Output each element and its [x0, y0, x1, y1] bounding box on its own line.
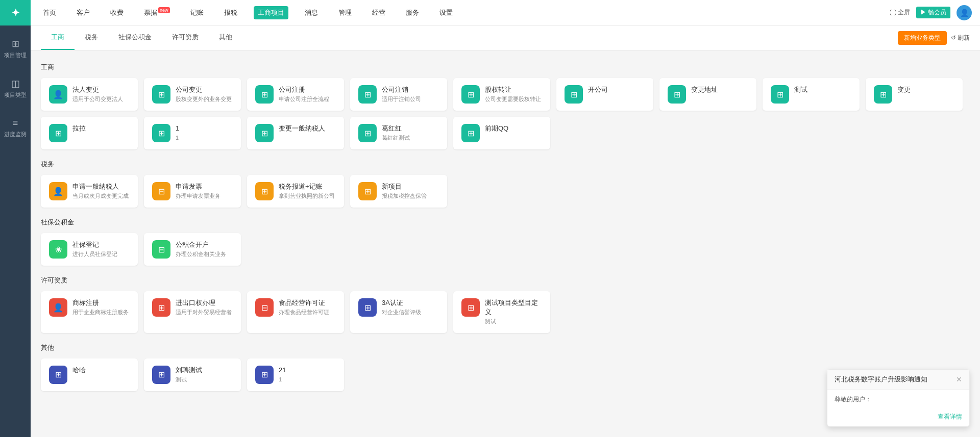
section-title-shebao: 社保公积金: [41, 218, 970, 227]
card-tax-report[interactable]: ⊞ 税务报道+记账 拿到营业执照的新公司: [247, 175, 344, 208]
card-name: 前期QQ: [485, 124, 542, 133]
card-apply-invoice[interactable]: ⊟ 申请发票 办理申请发票业务: [144, 175, 241, 208]
card-preqq[interactable]: ⊞ 前期QQ: [453, 117, 550, 149]
tab-shuiwu[interactable]: 税务: [75, 25, 108, 50]
card-company-cancel[interactable]: ⊞ 公司注销 适用于注销公司: [350, 78, 447, 111]
card-3a-cert[interactable]: ⊞ 3A认证 对企业信誉评级: [350, 291, 447, 333]
card-fund-account[interactable]: ⊟ 公积金开户 办理公积金相关业务: [144, 233, 241, 266]
card-desc: 1: [176, 134, 233, 142]
nav-message[interactable]: 消息: [301, 6, 322, 19]
notification-link[interactable]: 查看详情: [938, 413, 962, 420]
nav-tax[interactable]: 报税: [220, 6, 241, 19]
card-name: 公积金开户: [176, 240, 233, 249]
sidebar: ✦ ⊞ 项目管理 ◫ 项目类型 ≡ 进度监测: [0, 0, 31, 437]
card-name: 股权转让: [485, 85, 542, 94]
card-social-register[interactable]: ❀ 社保登记 进行人员社保登记: [41, 233, 138, 266]
tab-gongshang[interactable]: 工商: [41, 25, 75, 50]
card-desc: 测试: [176, 376, 233, 383]
sidebar-item-project-mgmt[interactable]: ⊞ 项目管理: [0, 31, 31, 66]
progress-icon: ≡: [13, 118, 18, 128]
card-item-21[interactable]: ⊞ 21 1: [247, 358, 344, 391]
card-info: 1 1: [176, 124, 233, 142]
card-icon: ❀: [49, 240, 67, 259]
sidebar-item-label: 项目管理: [4, 52, 27, 59]
card-food-permit[interactable]: ⊟ 食品经营许可证 办理食品经营许可证: [247, 291, 344, 333]
card-item-1[interactable]: ⊞ 1 1: [144, 117, 241, 149]
sidebar-logo[interactable]: ✦: [0, 0, 31, 25]
card-apply-taxpayer[interactable]: 👤 申请一般纳税人 当月或次月成变更完成: [41, 175, 138, 208]
card-icon: ⊟: [152, 182, 170, 200]
vip-button[interactable]: ▶ 畅会员: [916, 7, 950, 18]
card-import-export[interactable]: ⊞ 进出口权办理 适用于对外贸易经营者: [144, 291, 241, 333]
nav-operation[interactable]: 经营: [368, 6, 389, 19]
notification-body: 尊敬的用户：: [827, 390, 969, 409]
tab-shebao[interactable]: 社保公积金: [108, 25, 162, 50]
nav-manage[interactable]: 管理: [334, 6, 356, 19]
card-desc: 申请公司注册全流程: [279, 95, 336, 103]
card-header: ⊟ 公积金开户 办理公积金相关业务: [152, 240, 233, 259]
nav-collect[interactable]: 收费: [106, 6, 128, 19]
card-change-taxpayer[interactable]: ⊞ 变更一般纳税人: [247, 117, 344, 149]
nav-accounting[interactable]: 记账: [186, 6, 208, 19]
sidebar-item-progress[interactable]: ≡ 进度监测: [0, 110, 31, 146]
card-lala[interactable]: ⊞ 拉拉: [41, 117, 138, 149]
nav-home[interactable]: 首页: [39, 6, 60, 19]
user-avatar[interactable]: 👤: [957, 5, 972, 20]
card-icon: ⊞: [461, 85, 480, 104]
nav-service[interactable]: 服务: [402, 6, 423, 19]
card-name: 法人变更: [72, 85, 130, 94]
sidebar-item-project-type[interactable]: ◫ 项目类型: [0, 70, 31, 106]
card-company-register[interactable]: ⊞ 公司注册 申请公司注册全流程: [247, 78, 344, 111]
card-liupeng-test[interactable]: ⊞ 刘聘测试 测试: [144, 358, 241, 391]
card-header: ⊞ 测试项目类型目定义 测试: [461, 298, 542, 326]
new-business-button[interactable]: 新增业务类型: [898, 31, 947, 45]
card-new-project[interactable]: ⊞ 新项目 报税加税控盘保管: [350, 175, 447, 208]
card-stock-transfer[interactable]: ⊞ 股权转让 公司变更需要股权转让: [453, 78, 550, 111]
card-info: 测试项目类型目定义 测试: [485, 298, 542, 326]
sidebar-item-label: 项目类型: [4, 91, 27, 99]
content-body: 工商 👤 法人变更 适用于公司变更法人 ⊞ 公司变更 股权变更外的业务变更 ⊞: [31, 50, 980, 409]
card-icon: ⊞: [255, 366, 274, 384]
nav-ticket[interactable]: 票据new: [140, 6, 174, 19]
nav-customer[interactable]: 客户: [72, 6, 94, 19]
card-name: 测试项目类型目定义: [485, 298, 542, 317]
card-header: ⊞ 股权转让 公司变更需要股权转让: [461, 85, 542, 104]
card-name: 申请发票: [176, 182, 233, 191]
card-test[interactable]: ⊞ 测试: [763, 78, 860, 111]
card-ge-hong-hong[interactable]: ⊞ 葛红红 葛红红测试: [350, 117, 447, 149]
tab-xuke[interactable]: 许可资质: [162, 25, 209, 50]
notification-footer: 查看详情: [827, 409, 969, 426]
tab-other[interactable]: 其他: [209, 25, 242, 50]
card-header: 👤 申请一般纳税人 当月或次月成变更完成: [49, 182, 130, 200]
card-name: 变更地址: [691, 85, 748, 94]
card-desc: 测试: [485, 318, 542, 325]
card-desc: 进行人员社保登记: [72, 250, 130, 258]
refresh-button[interactable]: ↺ 刷新: [951, 34, 970, 42]
card-change[interactable]: ⊞ 变更: [866, 78, 963, 111]
card-test-project-type[interactable]: ⊞ 测试项目类型目定义 测试: [453, 291, 550, 333]
card-name: 社保登记: [72, 240, 130, 249]
card-header: ⊞ 新项目 报税加税控盘保管: [358, 182, 439, 200]
card-header: ⊞ 税务报道+记账 拿到营业执照的新公司: [255, 182, 336, 200]
card-company-change[interactable]: ⊞ 公司变更 股权变更外的业务变更: [144, 78, 241, 111]
notification-header: 河北税务数字账户升级影响通知 ✕: [827, 370, 969, 390]
notification-close-button[interactable]: ✕: [956, 375, 962, 383]
fullscreen-button[interactable]: ⛶ 全屏: [890, 8, 910, 17]
nav-settings[interactable]: 设置: [435, 6, 457, 19]
section-title-xuke: 许可资质: [41, 276, 970, 285]
card-name: 变更一般纳税人: [279, 124, 336, 133]
card-info: 测试: [794, 85, 851, 94]
card-open-company[interactable]: ⊞ 开公司: [556, 78, 653, 111]
nav-bizproject[interactable]: 工商项目: [254, 6, 288, 19]
card-haha[interactable]: ⊞ 哈哈: [41, 358, 138, 391]
section-title-other: 其他: [41, 343, 970, 352]
play-icon: ▶: [920, 9, 926, 16]
card-info: 前期QQ: [485, 124, 542, 133]
card-icon: ⊞: [152, 366, 170, 384]
card-name: 商标注册: [72, 298, 130, 307]
card-legal-change[interactable]: 👤 法人变更 适用于公司变更法人: [41, 78, 138, 111]
fullscreen-icon: ⛶: [890, 9, 896, 16]
card-info: 股权转让 公司变更需要股权转让: [485, 85, 542, 104]
card-change-address[interactable]: ⊞ 变更地址: [659, 78, 756, 111]
card-trademark[interactable]: 👤 商标注册 用于企业商标注册服务: [41, 291, 138, 333]
